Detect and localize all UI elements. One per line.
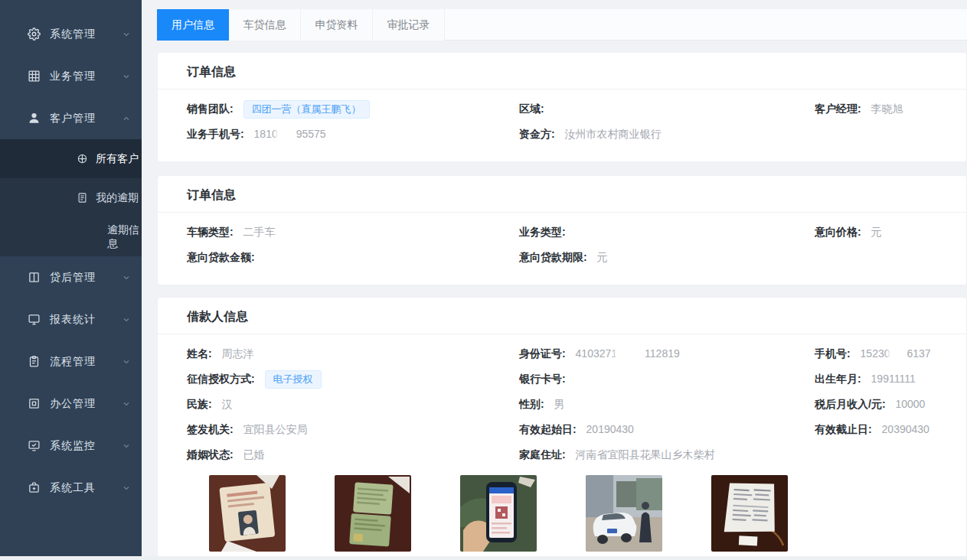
main-content: 用户信息 车贷信息 申贷资料 审批记录 订单信息 销售团队: 四团一营（直属王鹏…: [142, 0, 967, 560]
chevron-down-icon: [122, 30, 131, 39]
photo-thumbnail-auth-qr[interactable]: 授权截图: [460, 475, 537, 560]
field-intended-price: 意向价格: 元: [815, 220, 959, 245]
sidebar-item-label: 业务管理: [50, 70, 122, 83]
sidebar-item-label: 系统管理: [50, 28, 122, 41]
household-booklet-photo: [335, 475, 411, 552]
photo-thumbnail-household-booklet[interactable]: 整本户口本: [335, 475, 411, 560]
field-intended-loan-term: 意向贷款期限: 元: [519, 245, 815, 270]
field-issuing-authority: 签发机关: 宜阳县公安局: [187, 417, 519, 442]
sidebar-item-report-statistics[interactable]: 报表统计: [0, 298, 142, 340]
field-business-phone: 业务手机号: 181095575: [187, 122, 519, 147]
sidebar-item-system-monitor[interactable]: 系统监控: [0, 425, 142, 467]
id-card-photo: [209, 475, 286, 552]
field-valid-to: 有效截止日: 20390430: [815, 417, 959, 442]
field-intended-loan-amount: 意向贷款金额:: [187, 245, 519, 270]
photo-thumbnail-person-car[interactable]: 人车照: [586, 475, 662, 560]
field-name: 姓名: 周志洋: [187, 341, 519, 366]
sidebar-item-label: 报表统计: [50, 313, 122, 327]
tab-loan-application-docs[interactable]: 申贷资料: [301, 9, 373, 41]
card-title: 订单信息: [158, 176, 966, 213]
document-photo: [711, 475, 788, 552]
sidebar-item-office-management[interactable]: 办公管理: [0, 383, 142, 425]
field-gender: 性别: 男: [519, 392, 815, 417]
field-business-type: 业务类型:: [519, 220, 815, 245]
card-title: 订单信息: [158, 53, 966, 90]
sidebar-item-label: 所有客户: [96, 152, 139, 166]
wheel-icon: [77, 153, 88, 164]
sidebar-item-system-tools[interactable]: 系统工具: [0, 467, 142, 509]
credit-auth-tag: 电子授权: [265, 370, 322, 389]
sidebar-item-label: 客户管理: [50, 112, 122, 125]
phone-qr-photo: [460, 475, 537, 552]
field-valid-from: 有效起始日: 20190430: [519, 417, 815, 442]
card-title: 借款人信息: [158, 298, 966, 334]
borrower-info-card: 借款人信息 姓名: 周志洋 身份证号: 4103271112819 手机号: 1…: [157, 297, 967, 560]
sidebar-item-all-customers[interactable]: 所有客户: [0, 139, 142, 178]
photo-thumbnail-document[interactable]: 其他材料: [711, 475, 788, 560]
clipboard-icon: [28, 355, 41, 368]
tab-approval-records[interactable]: 审批记录: [373, 9, 445, 41]
sidebar-item-process-management[interactable]: 流程管理: [0, 340, 142, 383]
field-ethnicity: 民族: 汉: [187, 392, 519, 417]
user-icon: [28, 112, 41, 125]
order-info-card-2: 订单信息 车辆类型: 二手车 业务类型: 意向价格: 元 意向贷款金额:: [157, 175, 967, 285]
field-region: 区域:: [519, 96, 815, 122]
sidebar-item-customer-management[interactable]: 客户管理: [0, 97, 142, 139]
sidebar-item-system-management[interactable]: 系统管理: [0, 13, 142, 55]
chevron-down-icon: [122, 441, 131, 451]
field-account-manager: 客户经理: 李晓旭: [815, 96, 959, 122]
book-icon: [28, 271, 41, 284]
field-spacer: [815, 442, 959, 467]
gear-icon: [28, 28, 41, 41]
tab-car-loan-info[interactable]: 车贷信息: [229, 9, 301, 41]
field-sales-team: 销售团队: 四团一营（直属王鹏飞）: [187, 96, 519, 122]
chevron-up-icon: [122, 114, 131, 123]
monitor-check-icon: [28, 439, 41, 452]
redacted-blur: [279, 130, 296, 140]
field-income: 税后月收入/元: 10000: [815, 392, 959, 417]
sidebar-item-my-overdue[interactable]: 我的逾期: [0, 178, 142, 217]
sidebar-item-post-loan-management[interactable]: 贷后管理: [0, 256, 142, 298]
sidebar: 系统管理 业务管理 客户管理 所有客户: [0, 0, 142, 560]
document-icon: [77, 192, 88, 203]
sidebar-item-overdue-info[interactable]: 逾期信息: [0, 217, 142, 256]
sales-team-tag: 四团一营（直属王鹏飞）: [243, 100, 370, 119]
window-bottom-edge: [0, 556, 967, 560]
person-car-photo: [586, 475, 662, 552]
sidebar-submenu-customer: 所有客户 我的逾期 逾期信息: [0, 139, 142, 256]
chevron-down-icon: [122, 483, 131, 493]
sidebar-item-label: 逾期信息: [107, 223, 142, 251]
redacted-blur: [618, 350, 644, 360]
tab-user-info[interactable]: 用户信息: [157, 9, 229, 41]
sidebar-item-label: 系统工具: [50, 481, 122, 495]
toolbox-icon: [28, 481, 41, 494]
field-address: 家庭住址: 河南省宜阳县花果山乡木柴村: [519, 442, 815, 467]
redacted-blur: [891, 350, 907, 360]
chevron-down-icon: [122, 273, 131, 282]
field-id-number: 身份证号: 4103271112819: [519, 341, 815, 366]
grid-icon: [28, 70, 41, 83]
sidebar-item-label: 办公管理: [50, 397, 122, 411]
chevron-down-icon: [122, 399, 131, 409]
archive-icon: [28, 397, 41, 410]
field-credit-auth: 征信授权方式: 电子授权: [187, 366, 519, 392]
app-root: 系统管理 业务管理 客户管理 所有客户: [0, 0, 967, 560]
chevron-down-icon: [122, 357, 131, 366]
field-mobile: 手机号: 152306137: [815, 341, 959, 366]
field-marital: 婚姻状态: 已婚: [187, 442, 519, 467]
chevron-down-icon: [122, 315, 131, 324]
sidebar-item-business-management[interactable]: 业务管理: [0, 55, 142, 97]
sidebar-item-label: 贷后管理: [50, 271, 122, 285]
tab-bar: 用户信息 车贷信息 申贷资料 审批记录: [157, 9, 967, 41]
sidebar-item-label: 系统监控: [50, 439, 122, 453]
field-birth: 出生年月: 19911111: [815, 366, 959, 392]
photo-gallery: 身份证照: [209, 475, 959, 560]
field-vehicle-type: 车辆类型: 二手车: [187, 220, 519, 245]
sidebar-item-label: 流程管理: [50, 355, 122, 369]
order-info-card-1: 订单信息 销售团队: 四团一营（直属王鹏飞） 区域: 客户经理: 李晓旭 业务手…: [157, 52, 967, 162]
chevron-down-icon: [122, 72, 131, 81]
monitor-icon: [28, 313, 41, 326]
sidebar-item-label: 我的逾期: [96, 191, 139, 205]
photo-thumbnail-id-card[interactable]: 身份证照: [209, 475, 286, 560]
field-funder: 资金方: 汝州市农村商业银行: [519, 122, 815, 147]
